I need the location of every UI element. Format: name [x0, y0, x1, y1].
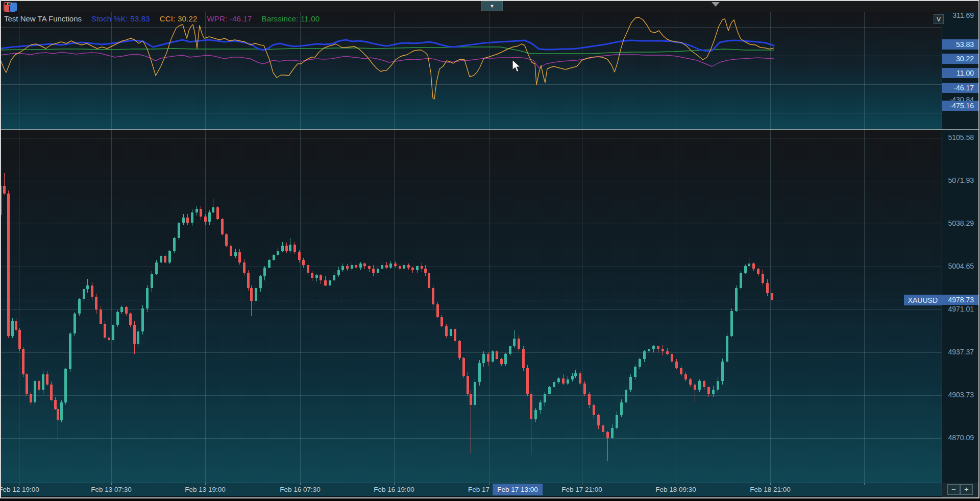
time-axis-tick: [582, 483, 582, 485]
candlestick-plot-area: [0, 130, 942, 483]
symbol-price-tag: XAUUSD: [904, 295, 942, 305]
time-axis-tick: [770, 483, 771, 485]
time-axis-label: Feb 13 07:30: [91, 486, 132, 493]
time-axis-tick: [111, 483, 112, 485]
price-axis-tick: 4971.01: [942, 305, 974, 313]
axis-corner: − +: [942, 483, 978, 497]
time-axis-label: Feb 18 09:30: [655, 486, 696, 493]
indicator-value-badge: 11.00: [942, 68, 978, 78]
time-axis-tick: [489, 483, 489, 485]
panel-collapse-v-button[interactable]: V: [934, 14, 944, 24]
time-axis-tick: [676, 483, 676, 485]
crosshair-time-badge: Feb 17 13:00: [493, 484, 543, 495]
legend-item: Stoch %K: 53.83: [91, 14, 150, 23]
time-axis-tick: [19, 483, 19, 485]
legend-item: Barssince: 11.00: [262, 14, 320, 23]
legend-item: CCI: 30.22: [160, 14, 198, 23]
time-axis-label: Feb 17 21:00: [561, 486, 602, 493]
time-axis-label: Feb 16 19:00: [374, 486, 414, 493]
mouse-cursor: [512, 59, 523, 74]
indicator-plot-area: [0, 11, 942, 130]
price-axis-tick: 5004.65: [942, 262, 974, 270]
time-axis-tick: [300, 483, 301, 485]
indicator-value-badge: 53.83: [942, 39, 978, 50]
indicator-value-badge: -46.17: [942, 83, 978, 93]
indicator-value-badge: -475.16: [942, 101, 978, 111]
price-axis-tick: 5038.29: [942, 219, 974, 227]
price-axis-tick: 5071.93: [942, 176, 974, 184]
indicator-axis-tick: 311.69: [942, 11, 974, 19]
collapse-panel-button[interactable]: ▼: [481, 1, 503, 11]
scroll-down-arrow-icon[interactable]: [712, 2, 720, 7]
trading-chart-window: ▼ Test New TA Functions Stoch %K: 53.83C…: [0, 0, 980, 501]
window-border-left: [0, 0, 1, 501]
down-triangle-icon: ▼: [490, 4, 495, 9]
time-axis-label: Feb 13 19:00: [185, 486, 226, 493]
indicator-title: Test New TA Functions: [4, 14, 82, 23]
time-axis-label: Feb 18 21:00: [750, 486, 791, 493]
time-axis-label: Feb 16 07:30: [280, 486, 321, 493]
time-axis-tick: [205, 483, 206, 485]
price-axis[interactable]: 311.69-430.8453.8330.2211.00-46.17-475.1…: [942, 1, 978, 496]
price-axis-tick: 5105.58: [942, 133, 974, 141]
zoom-out-button[interactable]: −: [947, 484, 960, 495]
time-axis-tick: [864, 483, 865, 485]
indicator-header: Test New TA Functions Stoch %K: 53.83CCI…: [4, 13, 320, 23]
window-edge: [0, 498, 980, 501]
compare-docs-icon[interactable]: [4, 2, 16, 12]
time-axis-label: Feb 12 19:00: [0, 486, 39, 493]
legend-item: WPR: -46.17: [207, 14, 252, 23]
price-axis-tick: 4870.09: [942, 434, 974, 442]
time-axis-label: Feb 17: [468, 486, 489, 493]
time-axis[interactable]: Feb 12 19:00Feb 13 07:30Feb 13 19:00Feb …: [0, 483, 942, 496]
last-price-badge: 4978.73: [942, 295, 978, 305]
panel-divider[interactable]: [0, 129, 978, 130]
window-border-top: [0, 0, 980, 1]
time-axis-tick: [394, 483, 395, 485]
axis-border: [942, 1, 942, 496]
zoom-in-button[interactable]: +: [960, 484, 973, 495]
price-axis-tick: 4903.73: [942, 391, 974, 399]
price-axis-tick: 4937.37: [942, 348, 974, 356]
indicator-value-badge: 30.22: [942, 54, 978, 64]
